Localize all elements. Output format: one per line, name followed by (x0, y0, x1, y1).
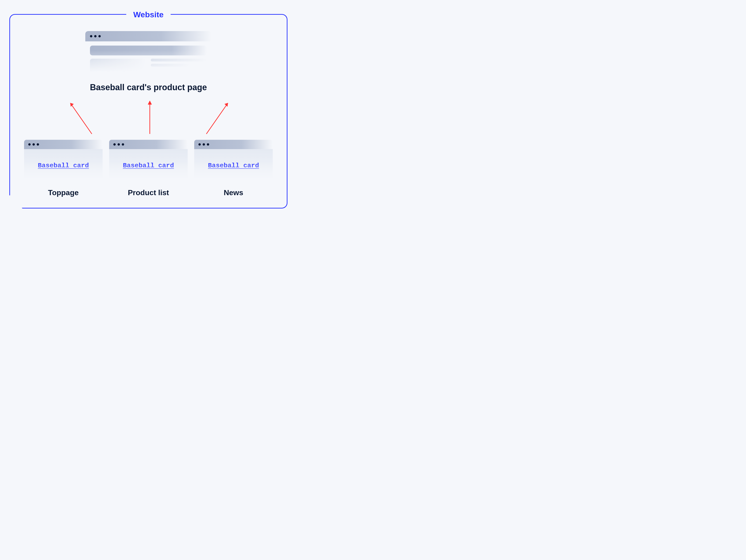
website-frame: Website Baseball card's product p (9, 14, 287, 208)
arrow-icon (204, 99, 232, 136)
window-dot-icon (98, 35, 101, 37)
browser-body: Baseball card (109, 149, 188, 182)
source-pages-row: Baseball card Toppage Baseball card Prod… (24, 140, 273, 197)
browser-chrome (194, 140, 273, 149)
frame-title-wrap: Website (126, 10, 171, 19)
link-text[interactable]: Baseball card (123, 162, 174, 169)
window-dot-icon (122, 143, 124, 146)
svg-marker-5 (225, 103, 228, 107)
window-dot-icon (207, 143, 209, 146)
source-label: News (224, 188, 243, 197)
window-dot-icon (118, 143, 120, 146)
window-dot-icon (94, 35, 96, 37)
source-page-news: Baseball card News (194, 140, 273, 197)
window-dot-icon (203, 143, 205, 146)
browser-body: Baseball card (194, 149, 273, 182)
target-page-label: Baseball card's product page (90, 83, 207, 92)
content-thumbnail (90, 59, 146, 72)
browser-chrome (24, 140, 103, 149)
content-bar (90, 46, 207, 55)
svg-marker-3 (148, 101, 152, 105)
arrow-icon (145, 99, 154, 136)
window-dot-icon (37, 143, 39, 146)
target-page-browser (85, 31, 211, 72)
svg-marker-1 (70, 103, 74, 107)
source-label: Product list (128, 188, 169, 197)
window-dot-icon (113, 143, 116, 146)
browser-body: Baseball card (24, 149, 103, 182)
content-line (151, 64, 190, 66)
window-dot-icon (32, 143, 35, 146)
window-dot-icon (28, 143, 31, 146)
window-dot-icon (90, 35, 92, 37)
source-label: Toppage (48, 188, 79, 197)
content-line (151, 59, 207, 61)
browser-body (85, 41, 211, 72)
frame-title: Website (133, 10, 164, 19)
browser-chrome (85, 31, 211, 41)
source-page-product-list: Baseball card Product list (109, 140, 188, 197)
link-text[interactable]: Baseball card (208, 162, 259, 169)
svg-line-4 (206, 103, 228, 134)
source-page-toppage: Baseball card Toppage (24, 140, 103, 197)
link-text[interactable]: Baseball card (38, 162, 89, 169)
svg-line-0 (70, 103, 92, 134)
window-dot-icon (198, 143, 201, 146)
arrow-icon (66, 99, 94, 136)
browser-chrome (109, 140, 188, 149)
